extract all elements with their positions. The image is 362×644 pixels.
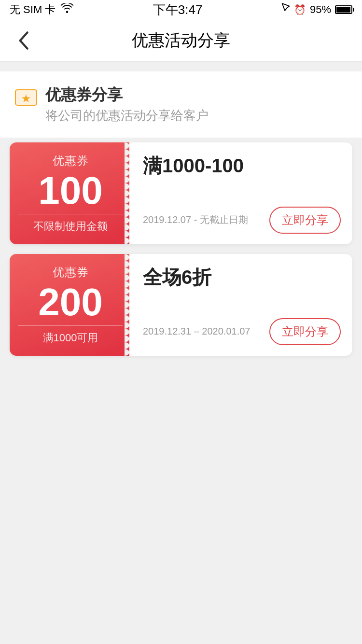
coupon-name-2: 全场6折 [143,265,341,290]
location-icon [281,3,290,16]
coupon-condition-2: 满1000可用 [18,325,123,345]
section-header-icon [14,86,38,109]
status-time: 下午3:47 [153,1,203,18]
page-title: 优惠活动分享 [132,29,230,52]
share-button-1[interactable]: 立即分享 [269,207,341,234]
coupon-name-1: 满1000-100 [143,153,341,178]
coupon-condition-1: 不限制使用金额 [18,214,123,234]
coupon-right-1: 满1000-100 2019.12.07 - 无截止日期 立即分享 [129,142,352,244]
coupon-date-1: 2019.12.07 - 无截止日期 [143,213,269,226]
status-right: ⏰ 95% [281,3,352,16]
coupon-left-1: 优惠券 100 不限制使用金额 [10,142,129,244]
wifi-icon [60,3,74,16]
battery-icon [335,5,352,14]
coupon-date-2: 2019.12.31 – 2020.01.07 [143,326,269,337]
coupon-value-2: 200 [38,283,102,322]
coupon-list: 优惠券 100 不限制使用金额 满1000-100 2019.12.07 - 无… [0,142,362,356]
coupon-card: 优惠券 100 不限制使用金额 满1000-100 2019.12.07 - 无… [10,142,352,244]
status-bar: 无 SIM 卡 下午3:47 ⏰ 95% [0,0,362,19]
svg-rect-5 [125,254,134,356]
nav-bar: 优惠活动分享 [0,19,362,62]
coupon-type-label-2: 优惠券 [53,265,89,280]
section-subtitle: 将公司的优惠活动分享给客户 [45,107,209,124]
coupon-bottom-row-2: 2019.12.31 – 2020.01.07 立即分享 [143,318,341,345]
svg-rect-3 [125,142,134,244]
section-text-group: 优惠券分享 将公司的优惠活动分享给客户 [45,85,209,124]
carrier-label: 无 SIM 卡 [10,2,56,17]
status-left: 无 SIM 卡 [10,2,74,17]
coupon-card-2: 优惠券 200 满1000可用 全场6折 2019.12.31 – 2020.0… [10,254,352,356]
section-header: 优惠券分享 将公司的优惠活动分享给客户 [0,71,362,138]
coupon-type-label-1: 优惠券 [53,153,89,168]
coupon-right-2: 全场6折 2019.12.31 – 2020.01.07 立即分享 [129,254,352,356]
coupon-bottom-row-1: 2019.12.07 - 无截止日期 立即分享 [143,207,341,234]
battery-percent: 95% [310,3,331,16]
share-button-2[interactable]: 立即分享 [269,318,341,345]
coupon-value-1: 100 [38,171,102,210]
coupon-left-2: 优惠券 200 满1000可用 [10,254,129,356]
bottom-area [0,356,362,636]
back-button[interactable] [14,30,35,51]
alarm-icon: ⏰ [294,4,306,15]
section-title: 优惠券分享 [45,85,209,105]
